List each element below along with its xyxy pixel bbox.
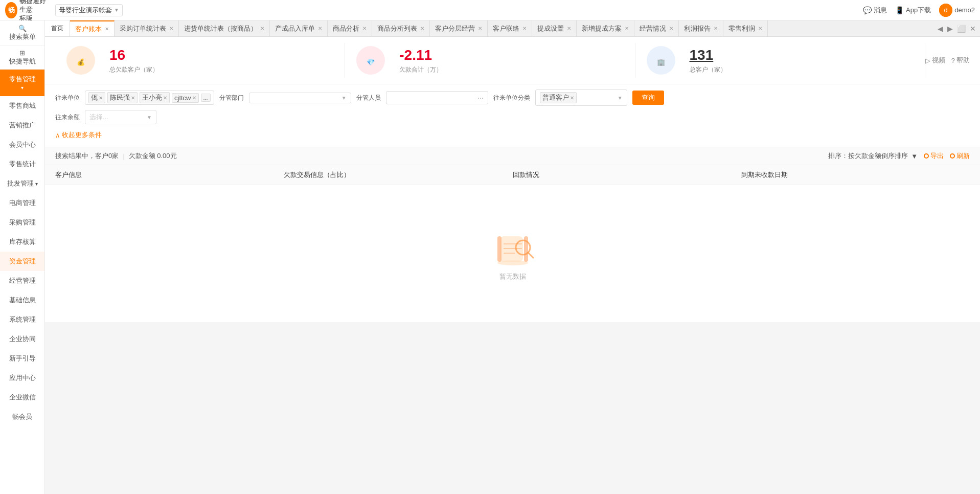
stat-card-total: 🏢 131 总客户（家） bbox=[635, 43, 925, 78]
filter-tag-chen[interactable]: 陈民强 ✕ bbox=[107, 92, 138, 103]
debt-amount-label: 欠款金额 0.00元 bbox=[129, 151, 177, 161]
tab-more-icon[interactable]: ⬜ bbox=[956, 24, 967, 34]
remove-tag-icon[interactable]: ✕ bbox=[192, 95, 196, 101]
tab-prev-icon[interactable]: ◀ bbox=[937, 24, 944, 34]
tab-customer-tier[interactable]: 客户分层经营 ✕ bbox=[430, 20, 488, 37]
help-btn[interactable]: ? 帮助 bbox=[951, 56, 970, 65]
close-icon[interactable]: ✕ bbox=[420, 26, 424, 31]
sidebar-item-finance[interactable]: 资金管理 bbox=[0, 252, 44, 271]
help-icon: ? bbox=[951, 57, 955, 64]
tab-new-plan[interactable]: 新增提成方案 ✕ bbox=[577, 20, 634, 37]
close-icon[interactable]: ✕ bbox=[478, 26, 482, 31]
remove-tag-icon[interactable]: ✕ bbox=[163, 95, 167, 101]
stat-text-3: 131 总客户（家） bbox=[690, 47, 915, 74]
sidebar-item-retail-mgmt[interactable]: 零售管理 ▾ bbox=[0, 70, 44, 96]
filter-label-unit-type: 往来单位分类 bbox=[493, 94, 530, 102]
filter-row-2: 往来余额 选择... ▼ bbox=[55, 110, 970, 124]
tab-bar: 首页 客户账本 ✕ 采购订单统计表 ✕ 进货单统计表（按商品） ✕ 产成品入库单… bbox=[45, 20, 980, 37]
video-help-btn[interactable]: ▷ 视频 bbox=[925, 56, 945, 65]
tab-product-analysis[interactable]: 商品分析 ✕ bbox=[328, 20, 372, 37]
sidebar-item-member-center[interactable]: 会员中心 bbox=[0, 135, 44, 154]
close-icon[interactable]: ✕ bbox=[169, 26, 173, 31]
stat-value-debt: -2.11 bbox=[399, 47, 624, 63]
close-icon[interactable]: ✕ bbox=[318, 26, 322, 31]
tab-import-stats[interactable]: 进货单统计表（按商品） ✕ bbox=[179, 20, 270, 37]
sidebar-item-app-center[interactable]: 应用中心 bbox=[0, 368, 44, 388]
sidebar-item-retail-mall[interactable]: 零售商城 bbox=[0, 96, 44, 116]
sidebar-quick-nav[interactable]: ⊞ 快捷导航 bbox=[0, 46, 44, 70]
remove-tag-icon[interactable]: ✕ bbox=[131, 95, 135, 101]
stat-card-customers: 💰 16 总欠款客户（家） bbox=[55, 43, 345, 78]
close-icon[interactable]: ✕ bbox=[758, 26, 762, 31]
filter-person-select[interactable]: ··· bbox=[386, 91, 488, 104]
tab-profit-report[interactable]: 利润报告 ✕ bbox=[679, 20, 723, 37]
refresh-icon bbox=[950, 152, 955, 160]
stat-label-customers: 总欠款客户（家） bbox=[109, 65, 334, 74]
play-icon: ▷ bbox=[925, 57, 930, 64]
stat-icon-2: 💎 bbox=[355, 45, 391, 76]
remove-tag-icon[interactable]: ✕ bbox=[570, 95, 574, 101]
tab-next-icon[interactable]: ▶ bbox=[946, 24, 954, 34]
svg-text:💎: 💎 bbox=[367, 58, 375, 66]
remove-tag-icon[interactable]: ✕ bbox=[99, 95, 103, 101]
stat-label-total: 总客户（家） bbox=[690, 65, 915, 74]
filter-tag-cjttcw[interactable]: cjttcw ✕ bbox=[172, 93, 199, 103]
grid-icon: ⊞ bbox=[19, 49, 25, 57]
sidebar-search[interactable]: 🔍 搜索菜单 bbox=[0, 20, 44, 46]
tab-customer-book[interactable]: 客户账本 ✕ bbox=[70, 20, 115, 37]
tab-retail-profit[interactable]: 零售利润 ✕ bbox=[723, 20, 768, 37]
export-btn[interactable]: 导出 bbox=[924, 151, 944, 161]
filter-tag-normal-customer: 普通客户 ✕ bbox=[540, 92, 577, 103]
sidebar-item-purchase[interactable]: 采购管理 bbox=[0, 213, 44, 232]
main-layout: 🔍 搜索菜单 ⊞ 快捷导航 零售管理 ▾ 零售商城 营销推广 会员中心 零售统计… bbox=[0, 20, 980, 494]
top-right-area: 💬 消息 📱 App下载 d demo2 bbox=[863, 4, 975, 17]
help-area: ▷ 视频 ? 帮助 bbox=[925, 56, 970, 65]
sidebar-item-corp-wechat[interactable]: 企业微信 bbox=[0, 388, 44, 407]
chevron-down-icon: ▼ bbox=[341, 95, 347, 101]
sidebar-item-corp-collab[interactable]: 企业协同 bbox=[0, 329, 44, 349]
sidebar-item-basic-info[interactable]: 基础信息 bbox=[0, 290, 44, 310]
filter-unit-type-select[interactable]: 普通客户 ✕ ▼ bbox=[535, 89, 627, 106]
sidebar-item-inventory[interactable]: 库存核算 bbox=[0, 232, 44, 252]
close-icon[interactable]: ✕ bbox=[567, 26, 571, 31]
sidebar-item-wholesale-mgmt[interactable]: 批发管理 ▾ bbox=[0, 174, 44, 193]
tab-purchase-stats[interactable]: 采购订单统计表 ✕ bbox=[115, 20, 179, 37]
sidebar-item-new-guide[interactable]: 新手引导 bbox=[0, 349, 44, 368]
message-btn[interactable]: 💬 消息 bbox=[863, 6, 887, 15]
tab-close-all-icon[interactable]: ✕ bbox=[969, 24, 977, 34]
user-btn[interactable]: d demo2 bbox=[939, 4, 975, 17]
app-download-btn[interactable]: 📱 App下载 bbox=[895, 6, 931, 15]
tab-promotion-settings[interactable]: 提成设置 ✕ bbox=[532, 20, 577, 37]
close-icon[interactable]: ✕ bbox=[625, 26, 629, 31]
sidebar-item-ecommerce[interactable]: 电商管理 bbox=[0, 193, 44, 213]
sidebar-item-retail-stats[interactable]: 零售统计 bbox=[0, 154, 44, 174]
query-button[interactable]: 查询 bbox=[632, 91, 664, 105]
filter-unit-tags[interactable]: 佤 ✕ 陈民强 ✕ 王小亮 ✕ cjttcw ✕ bbox=[85, 91, 214, 105]
collapse-btn[interactable]: ∧ 收起更多条件 bbox=[55, 130, 970, 140]
close-icon[interactable]: ✕ bbox=[362, 26, 367, 31]
sidebar-item-operations[interactable]: 经营管理 bbox=[0, 271, 44, 290]
filter-balance-select[interactable]: 选择... ▼ bbox=[85, 110, 156, 124]
filter-tag-wa[interactable]: 佤 ✕ bbox=[88, 92, 105, 103]
more-tags[interactable]: ... bbox=[201, 94, 211, 102]
tab-customer-contact[interactable]: 客户联络 ✕ bbox=[488, 20, 532, 37]
tab-product-analysis-list[interactable]: 商品分析列表 ✕ bbox=[372, 20, 430, 37]
sidebar-item-vip-member[interactable]: 畅会员 bbox=[0, 407, 44, 426]
refresh-btn[interactable]: 刷新 bbox=[950, 151, 970, 161]
filter-dept-select[interactable]: ▼ bbox=[249, 93, 351, 103]
close-icon[interactable]: ✕ bbox=[522, 26, 527, 31]
tab-product-entry[interactable]: 产成品入库单 ✕ bbox=[270, 20, 328, 37]
sidebar-item-system[interactable]: 系统管理 bbox=[0, 310, 44, 329]
account-selector[interactable]: 母婴行业演示帐套 ▼ bbox=[55, 4, 123, 16]
close-icon[interactable]: ✕ bbox=[714, 26, 718, 31]
close-icon[interactable]: ✕ bbox=[105, 26, 109, 32]
close-icon[interactable]: ✕ bbox=[260, 26, 264, 31]
close-icon[interactable]: ✕ bbox=[669, 26, 673, 31]
chevron-down-icon: ▼ bbox=[618, 95, 623, 101]
sidebar-item-marketing[interactable]: 营销推广 bbox=[0, 116, 44, 135]
sidebar: 🔍 搜索菜单 ⊞ 快捷导航 零售管理 ▾ 零售商城 营销推广 会员中心 零售统计… bbox=[0, 20, 45, 494]
tab-operations-status[interactable]: 经营情况 ✕ bbox=[634, 20, 679, 37]
sort-select[interactable]: 排序：按欠款金额倒序排序 ▼ bbox=[828, 151, 918, 161]
filter-tag-wang[interactable]: 王小亮 ✕ bbox=[140, 92, 170, 103]
tab-home[interactable]: 首页 bbox=[45, 20, 70, 37]
